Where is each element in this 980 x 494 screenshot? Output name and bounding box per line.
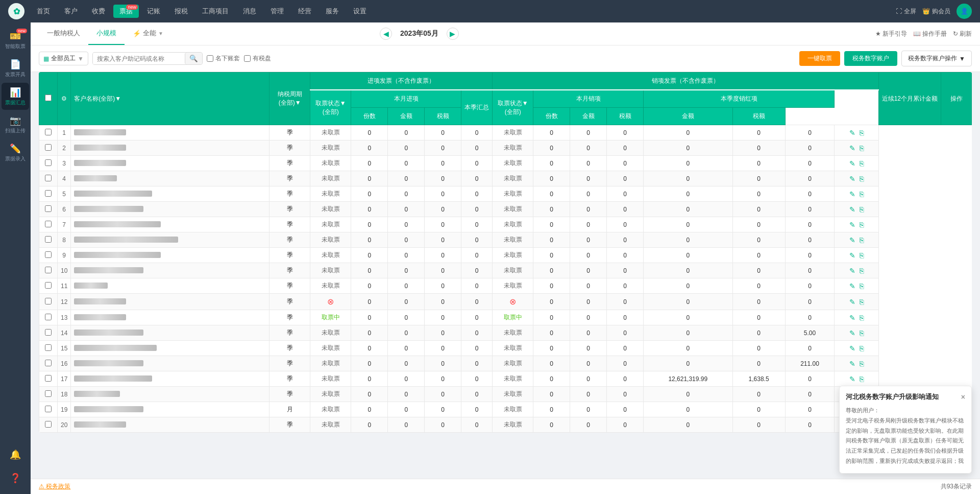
- edit-icon[interactable]: ✎: [849, 282, 855, 290]
- copy-icon[interactable]: ⎘: [860, 205, 864, 214]
- fullscreen-btn[interactable]: ⛶ 全屏: [896, 7, 916, 16]
- status-bar: ⚠ 税务政策 共93条记录: [31, 479, 980, 494]
- period-prev-btn[interactable]: ◀: [380, 28, 392, 40]
- nav-settings[interactable]: 设置: [347, 5, 373, 18]
- row-checkbox[interactable]: [45, 314, 52, 320]
- copy-icon[interactable]: ⎘: [860, 175, 864, 183]
- row-checkbox[interactable]: [45, 190, 52, 197]
- copy-icon[interactable]: ⎘: [860, 314, 864, 322]
- tab-small-scale[interactable]: 小规模: [88, 22, 125, 45]
- edit-icon[interactable]: ✎: [849, 129, 855, 137]
- copy-icon[interactable]: ⎘: [860, 360, 864, 368]
- search-input[interactable]: [93, 53, 185, 64]
- edit-icon[interactable]: ✎: [849, 298, 855, 306]
- nav-bookkeeping[interactable]: 记账: [141, 5, 166, 18]
- vip-btn[interactable]: 👑 购会员: [922, 7, 950, 16]
- nav-tax[interactable]: 报税: [168, 5, 194, 18]
- nav-message[interactable]: 消息: [237, 5, 262, 18]
- tab-general-taxpayer[interactable]: 一般纳税人: [39, 22, 88, 45]
- row-checkbox[interactable]: [45, 329, 52, 336]
- search-button[interactable]: 🔍: [185, 53, 202, 64]
- row-checkbox[interactable]: [45, 251, 52, 258]
- popup-close-btn[interactable]: ×: [961, 393, 965, 401]
- copy-icon[interactable]: ⎘: [860, 344, 864, 352]
- row-checkbox[interactable]: [45, 159, 52, 166]
- sidebar-item-smart-ticket[interactable]: 🎫 智能取票 new: [2, 27, 29, 54]
- copy-icon[interactable]: ⎘: [860, 375, 864, 383]
- copy-icon[interactable]: ⎘: [860, 190, 864, 198]
- edit-icon[interactable]: ✎: [849, 144, 855, 152]
- copy-icon[interactable]: ⎘: [860, 221, 864, 229]
- edit-icon[interactable]: ✎: [849, 344, 855, 352]
- employee-select[interactable]: ▦ 全部员工 ▼: [39, 52, 88, 65]
- edit-icon[interactable]: ✎: [849, 236, 855, 244]
- edit-icon[interactable]: ✎: [849, 159, 855, 168]
- copy-icon[interactable]: ⎘: [860, 267, 864, 275]
- row-checkbox[interactable]: [45, 390, 52, 397]
- nav-operation[interactable]: 经营: [292, 5, 317, 18]
- tax-ops-btn[interactable]: 税务数字账户操作 ▼: [901, 51, 972, 66]
- row-checkbox[interactable]: [45, 144, 52, 151]
- user-avatar[interactable]: 👤: [957, 4, 972, 19]
- my-accounts-checkbox[interactable]: 名下账套: [207, 54, 240, 63]
- edit-icon[interactable]: ✎: [849, 329, 855, 337]
- nav-manage[interactable]: 管理: [264, 5, 290, 18]
- row-checkbox[interactable]: [45, 205, 52, 212]
- copy-icon[interactable]: ⎘: [860, 282, 864, 290]
- sidebar-item-scan-upload[interactable]: 📷 扫描上传: [2, 111, 29, 138]
- edit-icon[interactable]: ✎: [849, 190, 855, 198]
- table-row: 3 ████████████ 季 未取票 0 0 0 0 未取票 0 0 0 0…: [39, 156, 972, 171]
- has-tax-disk-checkbox[interactable]: 有税盘: [244, 54, 271, 63]
- row-checkbox[interactable]: [45, 129, 52, 135]
- sidebar-item-ticket-entry[interactable]: ✏️ 票据录入: [2, 139, 29, 166]
- row-checkbox[interactable]: [45, 267, 52, 273]
- copy-icon[interactable]: ⎘: [860, 298, 864, 306]
- copy-icon[interactable]: ⎘: [860, 236, 864, 244]
- period-next-btn[interactable]: ▶: [447, 28, 459, 40]
- quick-ticket-btn[interactable]: 一键取票: [799, 51, 840, 66]
- smart-ticket-badge: new: [16, 29, 27, 33]
- sidebar-item-invoice-open[interactable]: 📄 发票开具: [2, 55, 29, 82]
- edit-icon[interactable]: ✎: [849, 175, 855, 183]
- row-checkbox[interactable]: [45, 236, 52, 243]
- select-all-checkbox[interactable]: [45, 95, 52, 101]
- row-checkbox[interactable]: [45, 282, 52, 289]
- nav-service[interactable]: 服务: [320, 5, 345, 18]
- row-checkbox[interactable]: [45, 375, 52, 382]
- sidebar: 🎫 智能取票 new 📄 发票开具 📊 票据汇总 📷 扫描上传 ✏️ 票据录入 …: [0, 22, 31, 494]
- row-checkbox[interactable]: [45, 406, 52, 412]
- edit-icon[interactable]: ✎: [849, 360, 855, 368]
- copy-icon[interactable]: ⎘: [860, 144, 864, 152]
- edit-icon[interactable]: ✎: [849, 267, 855, 275]
- row-checkbox[interactable]: [45, 421, 52, 428]
- row-checkbox[interactable]: [45, 344, 52, 351]
- new-guide-btn[interactable]: ★ 新手引导: [875, 30, 907, 38]
- edit-icon[interactable]: ✎: [849, 205, 855, 214]
- edit-icon[interactable]: ✎: [849, 314, 855, 322]
- manual-btn[interactable]: 📖 操作手册: [913, 30, 947, 38]
- nav-billing[interactable]: 收费: [86, 5, 111, 18]
- edit-icon[interactable]: ✎: [849, 251, 855, 260]
- nav-home[interactable]: 首页: [31, 5, 56, 18]
- nav-business[interactable]: 工商项目: [196, 5, 235, 18]
- sidebar-item-summary[interactable]: 📊 票据汇总: [2, 83, 29, 110]
- error-icon: ⊗: [509, 297, 516, 306]
- nav-customer[interactable]: 客户: [58, 5, 84, 18]
- tax-policy-link[interactable]: ⚠ 税务政策: [39, 482, 70, 491]
- sidebar-bottom-icon1[interactable]: 🔔: [2, 445, 29, 464]
- copy-icon[interactable]: ⎘: [860, 329, 864, 337]
- copy-icon[interactable]: ⎘: [860, 159, 864, 168]
- refresh-btn[interactable]: ↻ 刷新: [953, 30, 972, 38]
- row-checkbox[interactable]: [45, 360, 52, 366]
- copy-icon[interactable]: ⎘: [860, 129, 864, 137]
- tab-all[interactable]: ⚡ 全能 ▼: [125, 22, 172, 45]
- tax-digital-btn[interactable]: 税务数字账户: [844, 51, 897, 66]
- row-checkbox[interactable]: [45, 175, 52, 181]
- sidebar-bottom-icon2[interactable]: ❓: [2, 468, 29, 488]
- nav-invoice[interactable]: 票据 new: [113, 5, 139, 18]
- row-checkbox[interactable]: [45, 221, 52, 227]
- edit-icon[interactable]: ✎: [849, 375, 855, 383]
- row-checkbox[interactable]: [45, 298, 52, 304]
- edit-icon[interactable]: ✎: [849, 221, 855, 229]
- copy-icon[interactable]: ⎘: [860, 251, 864, 260]
